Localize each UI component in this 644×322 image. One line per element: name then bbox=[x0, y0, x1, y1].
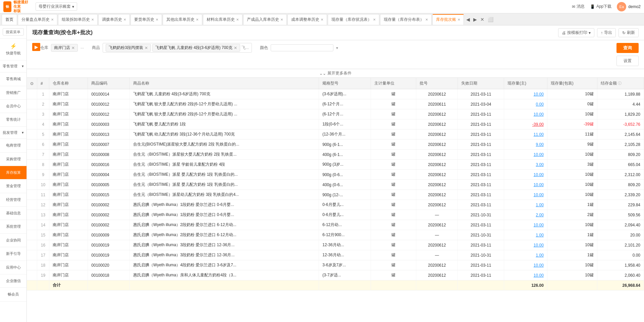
row-stock-main[interactable]: 2.00 bbox=[504, 210, 547, 220]
row-stock-main[interactable]: 1.00 bbox=[504, 200, 547, 210]
row-stock-pkg: 10罐 bbox=[547, 220, 597, 230]
row-expire: 2021-03-11 bbox=[458, 119, 504, 129]
row-balance: -3,652.76 bbox=[597, 119, 644, 129]
table-row: 1南岸门店00100014飞鹤星飞帆 儿童奶粉 4段(3-6岁适用) 700克(… bbox=[27, 89, 644, 99]
tab-stock-dist[interactable]: 现存量（库存分布表） ✕ bbox=[380, 14, 432, 25]
sidebar-item-ecom[interactable]: 电商管理 bbox=[0, 139, 26, 152]
row-stock-main[interactable]: 11.00 bbox=[504, 129, 547, 140]
sidebar-item-ops[interactable]: 经营管理 bbox=[0, 193, 26, 207]
row-stock-main[interactable]: 0.00 bbox=[504, 99, 547, 109]
tab-close-other-out[interactable]: ✕ bbox=[196, 18, 199, 21]
sidebar-item-finance[interactable]: 资金管理 bbox=[0, 179, 26, 193]
product-more[interactable]: 飞... bbox=[241, 45, 249, 51]
expand-more-button[interactable]: ⌄⌄ 展开更多条件 bbox=[319, 70, 352, 76]
color-input[interactable] bbox=[271, 44, 333, 51]
sidebar-item-membership[interactable]: 畅会员 bbox=[0, 288, 26, 301]
sidebar-item-basic[interactable]: 基础信息 bbox=[0, 207, 26, 220]
row-stock-pkg: 10罐 bbox=[547, 180, 597, 190]
sidebar-item-appstore[interactable]: 应用中心 bbox=[0, 261, 26, 274]
tab-material-out[interactable]: 材料出库单历史 ✕ bbox=[203, 14, 243, 25]
tab-close-stock-status[interactable]: ✕ bbox=[373, 18, 376, 21]
tab-batch-account[interactable]: 库存批次账 ✕ bbox=[432, 14, 464, 25]
sidebar-item-guide[interactable]: 新手引导 bbox=[0, 247, 26, 261]
row-batch: 20200612 bbox=[416, 119, 458, 129]
product-tag-close-0[interactable]: ✕ bbox=[145, 46, 148, 50]
tab-close-requisition[interactable]: ✕ bbox=[156, 18, 158, 21]
tab-requisition[interactable]: 要货单历史 ✕ bbox=[130, 14, 162, 25]
sidebar-item-purchase[interactable]: 采购管理 bbox=[0, 153, 26, 166]
tab-distribute[interactable]: 分量盘点单历史 ✕ bbox=[18, 14, 57, 25]
table-wrapper: ⊙ # 仓库名称 商品编码 商品名称 规格型号 主计量单位 批号 失效日期 现存… bbox=[27, 78, 644, 322]
row-warehouse: 南岸门店 bbox=[49, 260, 88, 270]
sidebar-item-member[interactable]: 会员中心 bbox=[0, 100, 26, 113]
tab-close-batch-account[interactable]: ✕ bbox=[458, 18, 460, 21]
message-button[interactable]: ✉ 消息 bbox=[572, 4, 585, 9]
tab-disassemble[interactable]: 组装拆卸单历史 ✕ bbox=[58, 14, 98, 25]
tab-stock-status[interactable]: 现存量（库存状况表） ✕ bbox=[328, 14, 379, 25]
product-input-group[interactable]: 飞鹤奶粉3段丙摆装 ✕ 飞鹤星飞帆 儿童奶粉 4段(3-6岁适用) 700克 ✕… bbox=[103, 43, 252, 53]
tab-close-cost-adjust[interactable]: ✕ bbox=[321, 18, 323, 21]
row-stock-main[interactable]: 3.00 bbox=[504, 160, 547, 170]
search-input[interactable] bbox=[3, 28, 24, 36]
row-stock-main[interactable]: 10.00 bbox=[504, 180, 547, 190]
sidebar-item-system[interactable]: 系统管理 bbox=[0, 220, 26, 233]
row-stock-main[interactable]: 10.00 bbox=[504, 170, 547, 180]
tab-nav-right[interactable]: ▶ bbox=[472, 17, 479, 22]
top-bar-right: ✉ 消息 📱 App下载 Ea demo2 bbox=[572, 2, 641, 11]
tab-nav-expand[interactable]: ⬜ bbox=[486, 17, 495, 22]
row-stock-main[interactable]: 10.00 bbox=[504, 260, 547, 270]
row-stock-main[interactable]: 1.00 bbox=[504, 250, 547, 260]
row-stock-main[interactable]: 10.00 bbox=[504, 240, 547, 250]
balance-info-icon[interactable]: ⓘ bbox=[618, 81, 622, 85]
row-stock-main[interactable]: 10.00 bbox=[504, 150, 547, 160]
sidebar-item-cooperation[interactable]: 企业协同 bbox=[0, 234, 26, 247]
tab-cost-adjust[interactable]: 成本调整单历史 ✕ bbox=[287, 14, 327, 25]
row-code: 00100002 bbox=[88, 220, 129, 230]
sidebar-item-inventory[interactable]: 库存核算 bbox=[0, 166, 26, 179]
sidebar-item-retail-shop[interactable]: 零售商城 bbox=[0, 72, 26, 86]
row-spec: (6-12个月... bbox=[319, 99, 371, 109]
tab-nav-close[interactable]: ✕ bbox=[479, 17, 486, 22]
row-stock-main[interactable]: 1.00 bbox=[504, 230, 547, 240]
warehouse-more[interactable]: ··· bbox=[80, 46, 84, 50]
print-button[interactable]: 🖨 按模板打印 ▾ bbox=[558, 28, 594, 37]
sidebar-item-marketing[interactable]: 营销推广 bbox=[0, 86, 26, 100]
row-name: 飞鹤星飞帆 儿童奶粉 4段(3-6岁适用) 700克 bbox=[129, 89, 319, 99]
row-stock-main[interactable]: 10.00 bbox=[504, 270, 547, 280]
product-tag-close-1[interactable]: ✕ bbox=[234, 46, 237, 50]
warehouse-tag-close[interactable]: ✕ bbox=[71, 46, 75, 50]
top-bar: 畅 畅捷通好生意 标版 母婴行业演示账套 ▾ ✉ 消息 📱 App下载 Ea d… bbox=[0, 0, 644, 13]
sidebar-item-wechat[interactable]: 企业微信 bbox=[0, 274, 26, 288]
row-stock-main[interactable]: 10.00 bbox=[504, 190, 547, 200]
tab-close-material-out[interactable]: ✕ bbox=[236, 18, 239, 21]
settings-button[interactable]: 设置 bbox=[616, 56, 639, 66]
query-button[interactable]: 查询 bbox=[616, 43, 639, 53]
workspace-selector[interactable]: 母婴行业演示账套 ▾ bbox=[36, 2, 77, 11]
tab-close-distribute[interactable]: ✕ bbox=[51, 18, 54, 21]
tab-home[interactable]: 首页 bbox=[2, 14, 17, 25]
filter-toggle-button[interactable]: ▶ bbox=[32, 43, 40, 51]
row-spec: 12-36月幼... bbox=[319, 240, 371, 250]
sidebar-item-quick-nav[interactable]: ⚡ 快捷导航 bbox=[0, 39, 26, 60]
tab-product-in[interactable]: 产成品入库单历史 ✕ bbox=[243, 14, 287, 25]
tab-other-out[interactable]: 其他出库单历史 ✕ bbox=[163, 14, 202, 25]
tab-close-stock-dist[interactable]: ✕ bbox=[425, 18, 428, 21]
sidebar-item-stats[interactable]: 零售统计 bbox=[0, 113, 26, 126]
row-stock-main[interactable]: 9.00 bbox=[504, 140, 547, 150]
row-stock-main[interactable]: 10.00 bbox=[504, 220, 547, 230]
sidebar-item-retail[interactable]: 零售管理 ▾ bbox=[0, 60, 26, 72]
tab-close-disassemble[interactable]: ✕ bbox=[91, 18, 94, 21]
user-area[interactable]: Ea demo2 bbox=[617, 2, 641, 11]
tab-close-transfer[interactable]: ✕ bbox=[123, 18, 126, 21]
tab-nav-left[interactable]: ◀ bbox=[465, 17, 472, 22]
export-button[interactable]: ↑ 导出 bbox=[597, 28, 616, 37]
row-stock-main[interactable]: -39.00 bbox=[504, 119, 547, 129]
refresh-button[interactable]: ↻ 刷新 bbox=[619, 28, 639, 37]
row-spec: 6-12月幼... bbox=[319, 220, 371, 230]
tab-transfer[interactable]: 调拨单历史 ✕ bbox=[98, 14, 130, 25]
app-download-button[interactable]: 📱 App下载 bbox=[590, 4, 611, 9]
row-stock-main[interactable]: 10.00 bbox=[504, 89, 547, 99]
row-stock-main[interactable]: 10.00 bbox=[504, 109, 547, 119]
tab-close-product-in[interactable]: ✕ bbox=[280, 18, 283, 21]
sidebar-item-wholesale[interactable]: 批发管理 ▾ bbox=[0, 127, 26, 139]
